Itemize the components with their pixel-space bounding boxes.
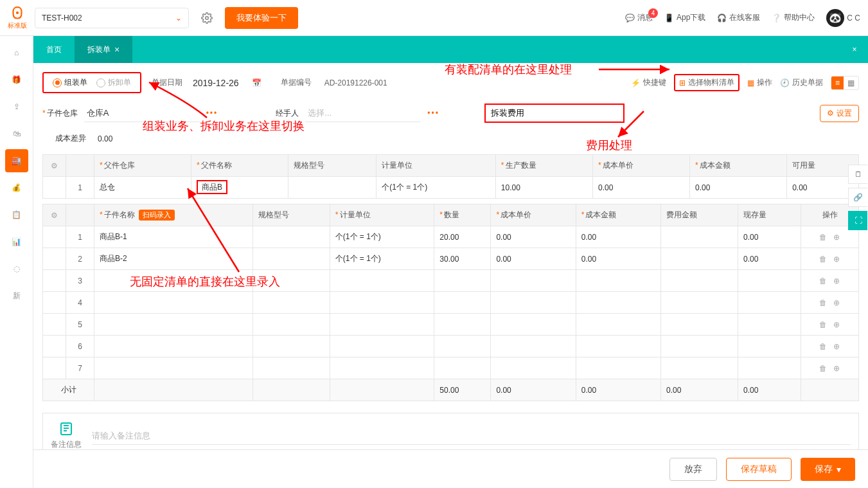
bill-type-switch: 组装单 拆卸单: [42, 72, 141, 93]
rail-expand-icon[interactable]: ⛶: [848, 211, 867, 230]
list-icon: ⊞: [679, 78, 686, 87]
tab-home[interactable]: 首页: [33, 36, 75, 63]
cost-diff-value: 0.00: [98, 134, 112, 143]
nav-money-icon[interactable]: 💰: [5, 176, 28, 199]
side-nav: ⌂ 🎁 ⇪ 🛍 🏭 💰 📋 📊 ◌ 新: [0, 36, 33, 488]
radio-dot-icon: [96, 78, 105, 87]
handler-input[interactable]: [305, 104, 421, 122]
tab-assembly[interactable]: 拆装单 ×: [75, 36, 132, 63]
gear-icon[interactable]: ⚙: [43, 204, 66, 226]
child-row[interactable]: 2 商品B-2 个(1个 = 1个) 30.00 0.00 0.00 0.00 …: [43, 248, 859, 270]
help-center-button[interactable]: ❔ 帮助中心: [772, 12, 815, 23]
nav-bag-icon[interactable]: 🛍: [5, 122, 28, 145]
gear-icon[interactable]: [197, 8, 217, 28]
nav-return-icon[interactable]: ⇪: [5, 95, 28, 118]
radio-dot-icon: [53, 78, 62, 87]
col-unit: 计量单位: [330, 204, 434, 226]
delete-icon[interactable]: 🗑: [817, 320, 829, 329]
phone-icon: 📱: [664, 14, 674, 23]
save-draft-button[interactable]: 保存草稿: [726, 458, 792, 481]
scan-tag[interactable]: 扫码录入: [139, 210, 175, 221]
subtotal-row: 小计 50.00 0.00 0.00 0.00 0.00: [43, 379, 859, 401]
more-icon[interactable]: •••: [206, 109, 218, 118]
chevron-down-icon: ▾: [837, 464, 841, 474]
nav-report-icon[interactable]: 📊: [5, 230, 28, 253]
bolt-icon: ⚡: [631, 78, 641, 87]
delete-icon[interactable]: 🗑: [817, 364, 829, 373]
col-spec: 规格型号: [288, 155, 376, 177]
delete-icon[interactable]: 🗑: [817, 276, 829, 285]
child-row[interactable]: 1 商品B-1 个(1个 = 1个) 20.00 0.00 0.00 0.00 …: [43, 226, 859, 248]
child-wh-input[interactable]: [84, 104, 200, 122]
parent-name-cell: 商品B: [197, 180, 227, 194]
customer-service-button[interactable]: 🎧 在线客服: [717, 12, 760, 23]
copy-icon[interactable]: ⊕: [831, 233, 842, 242]
date-label: 单据日期: [152, 77, 182, 88]
child-row[interactable]: 4 🗑 ⊕: [43, 292, 859, 314]
nav-warehouse-icon[interactable]: 🏭: [5, 149, 28, 172]
child-row[interactable]: 3 🗑 ⊕: [43, 270, 859, 292]
messages-button[interactable]: 💬 消息 4: [625, 12, 653, 23]
tab-bar: 首页 拆装单 × ×: [33, 36, 868, 63]
child-row[interactable]: 5 🗑 ⊕: [43, 314, 859, 336]
history-button[interactable]: 🕘历史单据: [780, 77, 823, 88]
doc-no-value: AD-20191226-001: [324, 78, 387, 87]
chevron-down-icon: ⌄: [175, 14, 182, 23]
child-wh-label: *子件仓库: [42, 108, 78, 119]
nav-new-icon[interactable]: 新: [5, 284, 28, 307]
delete-icon[interactable]: 🗑: [817, 298, 829, 307]
company-selector[interactable]: TEST-H002 ⌄: [35, 8, 189, 28]
rail-note-icon[interactable]: 🗒: [848, 165, 867, 184]
parent-row[interactable]: 1 总仓 商品B 个(1个 = 1个) 10.00 0.00 0.00 0.00: [43, 177, 859, 199]
user-menu[interactable]: 🐼 C C: [826, 9, 860, 27]
col-parent-wh: 父件仓库: [94, 155, 191, 177]
col-amount: 成本金额: [690, 155, 787, 177]
trial-button[interactable]: 我要体验一下: [225, 7, 298, 29]
remark-label: 备注信息: [51, 439, 82, 449]
delete-icon[interactable]: 🗑: [817, 342, 829, 351]
nav-gift-icon[interactable]: 🎁: [5, 68, 28, 91]
radio-assembly[interactable]: 组装单: [53, 77, 87, 88]
col-unit: 计量单位: [376, 155, 496, 177]
copy-icon[interactable]: ⊕: [831, 342, 842, 351]
nav-home-icon[interactable]: ⌂: [5, 41, 28, 64]
nav-refresh-icon[interactable]: ◌: [5, 257, 28, 280]
headset-icon: 🎧: [717, 14, 727, 23]
copy-icon[interactable]: ⊕: [831, 255, 842, 264]
edition-label: 标准版: [8, 21, 27, 30]
calendar-icon[interactable]: 📅: [252, 78, 261, 87]
close-icon[interactable]: ×: [114, 44, 120, 55]
save-button[interactable]: 保存▾: [801, 458, 855, 481]
col-price: 成本单价: [491, 204, 576, 226]
top-header: 标准版 TEST-H002 ⌄ 我要体验一下 💬 消息 4 📱 App下载 🎧 …: [0, 0, 868, 36]
copy-icon[interactable]: ⊕: [831, 298, 842, 307]
col-child-name: *子件名称扫码录入: [94, 204, 253, 226]
date-value[interactable]: 2019-12-26: [193, 78, 239, 88]
material-list-button[interactable]: ⊞选择物料清单: [674, 74, 740, 91]
grid-icon: ▦: [747, 78, 754, 87]
gear-icon: ⚙: [827, 109, 834, 118]
radio-disassembly[interactable]: 拆卸单: [96, 77, 131, 88]
col-price: 成本单价: [592, 155, 689, 177]
nav-clipboard-icon[interactable]: 📋: [5, 203, 28, 226]
copy-icon[interactable]: ⊕: [831, 364, 842, 373]
app-download-button[interactable]: 📱 App下载: [664, 12, 705, 23]
copy-icon[interactable]: ⊕: [831, 320, 842, 329]
child-row[interactable]: 6 🗑 ⊕: [43, 336, 859, 357]
delete-icon[interactable]: 🗑: [817, 233, 829, 242]
app-logo: 标准版: [8, 6, 27, 30]
rail-link-icon[interactable]: 🔗: [848, 188, 867, 207]
shortcut-button[interactable]: ⚡快捷键: [631, 77, 666, 88]
view-list-icon[interactable]: ≡: [831, 77, 844, 89]
delete-icon[interactable]: 🗑: [817, 255, 829, 264]
copy-icon[interactable]: ⊕: [831, 276, 842, 285]
discard-button[interactable]: 放弃: [669, 458, 717, 481]
gear-icon[interactable]: ⚙: [43, 155, 66, 177]
remark-input[interactable]: [92, 427, 851, 445]
more-icon[interactable]: •••: [427, 109, 439, 118]
operate-button[interactable]: ▦操作: [747, 77, 772, 88]
col-spec: 规格型号: [252, 204, 330, 226]
fee-input[interactable]: [484, 104, 624, 123]
company-name: TEST-H002: [42, 14, 82, 23]
child-row[interactable]: 7 🗑 ⊕: [43, 357, 859, 379]
